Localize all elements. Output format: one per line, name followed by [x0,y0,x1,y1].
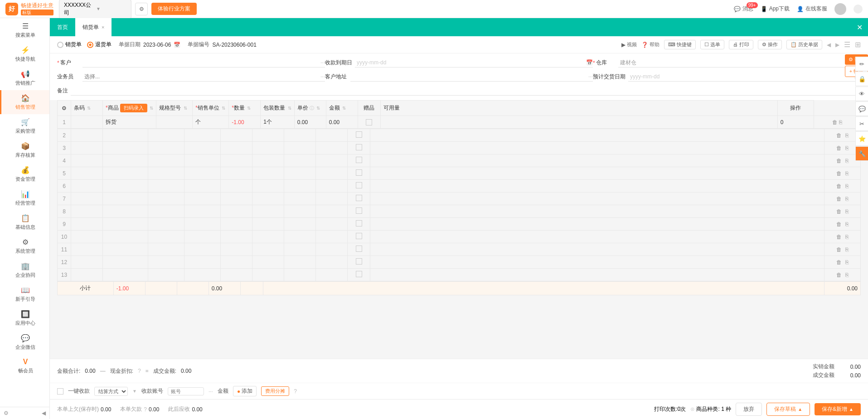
unit-price-12[interactable] [284,256,316,269]
product-sort-icon[interactable]: ⇅ [150,106,153,111]
unit-price-3[interactable] [284,142,316,154]
qty-3[interactable] [221,142,252,154]
table-container[interactable]: ⚙ 条码 ⇅ *商品 扫码录入 ⇅ 规格型号 ⇅ [50,100,868,359]
pack-qty-2[interactable] [252,129,284,142]
radio-sale-order[interactable]: 销货单 [57,41,82,48]
pack-qty-10[interactable] [252,231,284,243]
sidebar-item-operations[interactable]: 📊 经营管理 [0,186,49,210]
qty-7[interactable] [221,193,252,205]
unit-price-9[interactable] [284,218,316,231]
barcode-5[interactable] [71,167,103,180]
gift-checkbox-12[interactable] [356,258,362,265]
operation-button[interactable]: ⚙ 操作 [758,40,782,49]
qty-6[interactable] [221,180,252,193]
unit-price-8[interactable] [284,205,316,218]
spec-8[interactable] [148,205,184,218]
qty-4[interactable] [221,154,252,167]
grid-view-icon[interactable]: ⊞ [855,40,861,49]
barcode-sort-icon[interactable]: ⇅ [87,106,91,111]
sidebar-item-marketing[interactable]: 📢 营销推广 [0,66,49,90]
product-6[interactable] [103,180,148,193]
sidebar-collapse-icon[interactable]: ◀ [42,410,46,416]
window-close-icon[interactable]: ✕ [857,23,863,32]
bank-account-input[interactable] [168,387,204,395]
unit-3[interactable] [184,142,221,154]
delete-icon-13[interactable]: 🗑 [836,272,842,278]
unit-price-5[interactable] [284,167,316,180]
gift-11[interactable] [348,243,370,256]
copy-icon-13[interactable]: ⎘ [845,272,849,278]
spec-10[interactable] [148,231,184,243]
amount-10[interactable] [316,231,348,243]
settlement-method-select[interactable]: 结算方式 [94,387,128,396]
rsp-message-icon[interactable]: 💬 [855,101,868,116]
sidebar-item-member[interactable]: V 畅会员 [0,354,49,378]
gift-checkbox-4[interactable] [356,157,362,163]
copy-icon-12[interactable]: ⎘ [845,259,849,265]
tab-home[interactable]: 首页 [50,18,75,36]
unit-price-2[interactable] [284,129,316,142]
qty-10[interactable] [221,231,252,243]
list-view-icon[interactable]: ☰ [844,40,850,49]
gift-9[interactable] [348,218,370,231]
spec-6[interactable] [148,180,184,193]
discount-help-icon[interactable]: ? [138,368,141,374]
notes-input[interactable] [71,86,861,96]
amount-12[interactable] [316,256,348,269]
unit-price-7[interactable] [284,193,316,205]
sidebar-item-search[interactable]: ☰ 搜索菜单 [0,18,49,42]
fee-help-icon[interactable]: ? [294,388,297,395]
qty-9[interactable] [221,218,252,231]
discard-button[interactable]: 放弃 [736,403,762,416]
barcode-4[interactable] [71,154,103,167]
video-link[interactable]: ▶ 视频 [621,41,637,48]
product-13[interactable] [103,269,148,281]
message-button[interactable]: 💬 消息 99+ [734,5,753,13]
warehouse-input[interactable] [618,58,856,67]
sidebar-item-sales[interactable]: 🏠 销售管理 [0,90,49,114]
nav-prev-icon[interactable]: ◀ [827,42,831,48]
delete-icon-7[interactable]: 🗑 [836,196,842,202]
radio-return-order[interactable]: 退货单 [87,41,112,48]
sidebar-item-apps[interactable]: 🔲 应用中心 [0,306,49,330]
qty-13[interactable] [221,269,252,281]
qty-11[interactable] [221,243,252,256]
sidebar-item-basic[interactable]: 📋 基础信息 [0,210,49,234]
pack-qty-8[interactable] [252,205,284,218]
gift-checkbox-11[interactable] [356,246,362,252]
gift-5[interactable] [348,167,370,180]
unit-price-10[interactable] [284,231,316,243]
sidebar-item-purchase[interactable]: 🛒 采购管理 [0,114,49,138]
unit-price-11[interactable] [284,243,316,256]
unit-price-1[interactable]: 0.00 [294,116,326,129]
rsp-orange-icon[interactable]: 🔧 [855,146,868,161]
spec-12[interactable] [148,256,184,269]
calendar-icon[interactable]: 📅 [174,42,180,48]
help-link[interactable]: ❓ 帮助 [641,41,659,48]
copy-icon-5[interactable]: ⎘ [845,170,849,177]
select-order-button[interactable]: ☐ 选单 [700,40,724,49]
spec-1[interactable] [156,116,193,129]
unit-12[interactable] [184,256,221,269]
gift-checkbox-2[interactable] [356,131,362,138]
nav-next-icon[interactable]: ▶ [835,42,839,48]
rsp-star-icon[interactable]: ⭐ [855,131,868,146]
gift-6[interactable] [348,180,370,193]
pack-qty-6[interactable] [252,180,284,193]
barcode-12[interactable] [71,256,103,269]
pack-qty-1[interactable]: 1个 [261,116,294,129]
pack-sort-icon[interactable]: ⇅ [288,106,291,111]
delete-icon-5[interactable]: 🗑 [836,170,842,177]
delete-icon-4[interactable]: 🗑 [836,158,842,164]
gift-8[interactable] [348,205,370,218]
product-7[interactable] [103,193,148,205]
pack-qty-12[interactable] [252,256,284,269]
gift-checkbox-7[interactable] [356,195,362,201]
copy-icon-7[interactable]: ⎘ [845,196,849,202]
unit-8[interactable] [184,205,221,218]
pack-qty-13[interactable] [252,269,284,281]
spec-7[interactable] [148,193,184,205]
copy-icon-10[interactable]: ⎘ [845,234,849,240]
barcode-6[interactable] [71,180,103,193]
qty-5[interactable] [221,167,252,180]
